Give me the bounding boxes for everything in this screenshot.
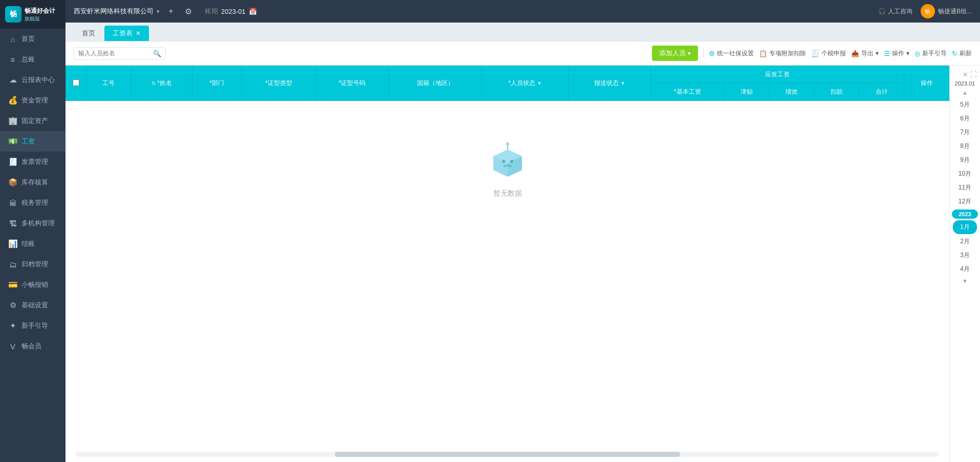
tab-close-button[interactable]: ✕ xyxy=(136,30,141,37)
th-person-status[interactable]: *人员状态 ▼ xyxy=(482,66,569,101)
month-2[interactable]: 2月 xyxy=(950,235,980,248)
app-logo: 畅 畅通好会计 旗舰版 xyxy=(0,0,66,29)
table-container: 工号 ⇅ *姓名 *部门 *证型类型 xyxy=(66,66,949,462)
select-all-checkbox[interactable] xyxy=(73,79,79,86)
sidebar-item-invoice[interactable]: 🧾 发票管理 xyxy=(0,152,66,172)
toolbar-divider-1 xyxy=(703,49,704,57)
topbar-right: 🎧 人工咨询 畅 畅捷通B组... xyxy=(878,4,972,18)
month-7[interactable]: 7月 xyxy=(950,125,980,139)
sidebar-item-guide[interactable]: ✦ 新手引导 xyxy=(0,316,66,336)
sidebar-item-archive[interactable]: 🗂 归档管理 xyxy=(0,254,66,275)
toolbar: 🔍 添加人员 ▾ ⚙ 统一社保设置 📋 专项附加扣除 🧾 xyxy=(66,41,980,66)
scrollbar-area xyxy=(66,447,949,462)
th-cert-no: *证型号码 xyxy=(315,66,389,101)
personal-tax-button[interactable]: 🧾 个税申报 xyxy=(811,49,846,58)
logo-text: 畅通好会计 旗舰版 xyxy=(25,7,55,23)
sidebar: 畅 畅通好会计 旗舰版 ⌂ 首页 ≡ 总账 ☁ 云报表中心 💰 资金管理 🏢 固… xyxy=(0,0,66,462)
sidebar-item-settings[interactable]: ⚙ 基础设置 xyxy=(0,295,66,316)
sidebar-item-asset[interactable]: 🏢 固定资产 xyxy=(0,111,66,131)
invoice-icon: 🧾 xyxy=(8,157,17,166)
operations-arrow: ▾ xyxy=(906,50,909,57)
headset-icon: 🎧 xyxy=(878,8,886,15)
th-subsidy: 津贴 xyxy=(724,83,769,101)
tabs-bar: 首页 工资表 ✕ xyxy=(66,23,980,41)
sidebar-item-tax[interactable]: 🏛 税务管理 xyxy=(0,193,66,213)
tab-home[interactable]: 首页 xyxy=(74,26,103,41)
archive-icon: 🗂 xyxy=(8,260,17,269)
th-region: 国籍（地区） xyxy=(389,66,482,101)
th-name[interactable]: ⇅ *姓名 xyxy=(131,66,192,101)
th-cert-type: *证型类型 xyxy=(242,66,315,101)
settings-company-button[interactable]: ⚙ xyxy=(182,5,194,17)
search-box: 🔍 xyxy=(74,47,166,60)
sidebar-item-multi[interactable]: 🏗 多机构管理 xyxy=(0,213,66,234)
sidebar-item-expense[interactable]: 💳 小畅报销 xyxy=(0,275,66,295)
social-security-icon: ⚙ xyxy=(709,50,715,57)
sidebar-item-settle[interactable]: 📊 结账 xyxy=(0,234,66,254)
date-prev-arrow[interactable]: ▲ xyxy=(960,88,970,98)
export-button[interactable]: 📤 导出 ▾ xyxy=(851,49,879,58)
panel-expand-button[interactable]: ⛶ xyxy=(970,71,977,78)
social-security-button[interactable]: ⚙ 统一社保设置 xyxy=(709,49,754,58)
sidebar-item-wage[interactable]: 💵 工资 xyxy=(0,131,66,152)
month-4[interactable]: 4月 xyxy=(950,262,980,276)
search-input[interactable] xyxy=(78,50,150,57)
empty-text: 暂无数据 xyxy=(493,189,522,198)
operations-icon: ☰ xyxy=(884,50,890,57)
month-5[interactable]: 5月 xyxy=(950,98,980,112)
user-info[interactable]: 畅 畅捷通B组... xyxy=(921,4,972,18)
th-dept: *部门 xyxy=(192,66,242,101)
refresh-icon: ↻ xyxy=(952,50,957,57)
sidebar-item-member[interactable]: V 畅会员 xyxy=(0,336,66,356)
sidebar-item-ledger[interactable]: ≡ 总账 xyxy=(0,49,66,70)
panel-header: ✕ ⛶ xyxy=(950,68,980,79)
horizontal-scrollbar[interactable] xyxy=(76,452,939,457)
add-company-button[interactable]: + xyxy=(165,5,177,17)
th-total: 合计 xyxy=(859,83,904,101)
sidebar-item-inventory[interactable]: 📦 库存核算 xyxy=(0,172,66,193)
month-11[interactable]: 11月 xyxy=(950,181,980,195)
th-deduct: 扣款 xyxy=(814,83,859,101)
content-area: 首页 工资表 ✕ 🔍 添加人员 ▾ ⚙ 统一社保设置 xyxy=(66,23,980,462)
asset-icon: 🏢 xyxy=(8,116,17,125)
month-3[interactable]: 3月 xyxy=(950,248,980,262)
sidebar-item-report[interactable]: ☁ 云报表中心 xyxy=(0,70,66,90)
filter-icon-person-status[interactable]: ▼ xyxy=(537,80,542,86)
refresh-button[interactable]: ↻ 刷新 xyxy=(952,49,972,58)
sidebar-item-home[interactable]: ⌂ 首页 xyxy=(0,29,66,49)
add-person-button[interactable]: 添加人员 ▾ xyxy=(652,46,698,61)
company-name: 西安虾米网络科技有限公司 xyxy=(74,7,154,16)
th-check[interactable] xyxy=(66,66,86,101)
operations-button[interactable]: ☰ 操作 ▾ xyxy=(884,49,909,58)
home-icon: ⌂ xyxy=(8,35,17,44)
support-button[interactable]: 🎧 人工咨询 xyxy=(878,7,912,16)
month-8[interactable]: 8月 xyxy=(950,139,980,153)
member-icon: V xyxy=(8,342,17,351)
th-wage-group: 应发工资 xyxy=(651,66,904,83)
month-10[interactable]: 10月 xyxy=(950,167,980,181)
guide-button[interactable]: ◎ 新手引导 xyxy=(914,49,947,58)
guide-icon: ✦ xyxy=(8,321,17,330)
month-12[interactable]: 12月 xyxy=(950,195,980,208)
personal-tax-icon: 🧾 xyxy=(811,50,819,57)
month-9[interactable]: 9月 xyxy=(950,153,980,167)
sidebar-item-finance[interactable]: 💰 资金管理 xyxy=(0,90,66,111)
month-6[interactable]: 6月 xyxy=(950,112,980,125)
th-report-status[interactable]: 报送状态 ▼ xyxy=(569,66,651,101)
panel-close-button[interactable]: ✕ xyxy=(963,71,968,78)
th-id: 工号 xyxy=(86,66,132,101)
month-1-active[interactable]: 1月 xyxy=(953,220,977,234)
empty-state: 暂无数据 xyxy=(66,101,949,239)
special-deduct-button[interactable]: 📋 专项附加扣除 xyxy=(759,49,806,58)
topbar: 西安虾米网络科技有限公司 ▾ + ⚙ 账期 2023-01 📅 🎧 人工咨询 畅… xyxy=(66,0,980,23)
filter-icon-report-status[interactable]: ▼ xyxy=(620,80,625,86)
sort-icon-name: ⇅ xyxy=(151,80,156,86)
period-info: 账期 2023-01 📅 xyxy=(205,7,257,16)
company-selector[interactable]: 西安虾米网络科技有限公司 ▾ xyxy=(74,7,160,16)
th-performance: 绩效 xyxy=(769,83,814,101)
tab-wage-table[interactable]: 工资表 ✕ xyxy=(104,26,149,41)
date-next-arrow[interactable]: ▼ xyxy=(960,276,970,286)
period-label: 账期 xyxy=(205,7,218,16)
calendar-icon[interactable]: 📅 xyxy=(249,8,257,15)
table-date-area: 工号 ⇅ *姓名 *部门 *证型类型 xyxy=(66,66,980,462)
